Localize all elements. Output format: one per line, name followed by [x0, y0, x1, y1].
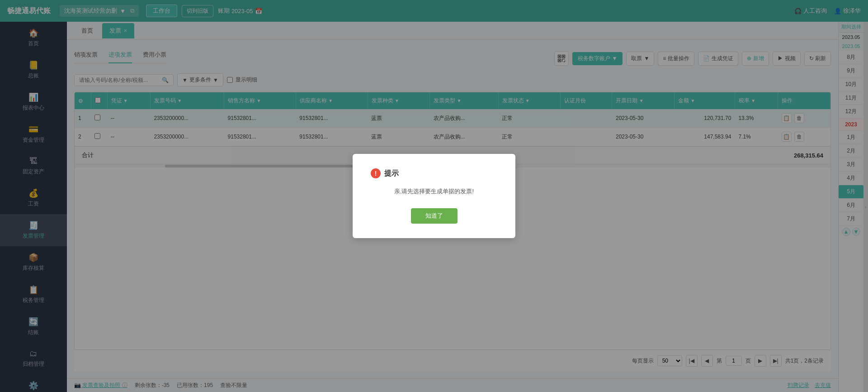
modal-title: 提示 [384, 169, 399, 178]
modal-title-row: ! 提示 [371, 168, 497, 178]
modal-dialog: ! 提示 亲,请先选择要生成单据的发票! 知道了 [353, 154, 515, 238]
modal-confirm-button[interactable]: 知道了 [411, 208, 458, 224]
modal-message: 亲,请先选择要生成单据的发票! [394, 187, 474, 196]
modal-overlay: ! 提示 亲,请先选择要生成单据的发票! 知道了 [0, 0, 868, 392]
modal-warning-icon: ! [371, 168, 381, 178]
